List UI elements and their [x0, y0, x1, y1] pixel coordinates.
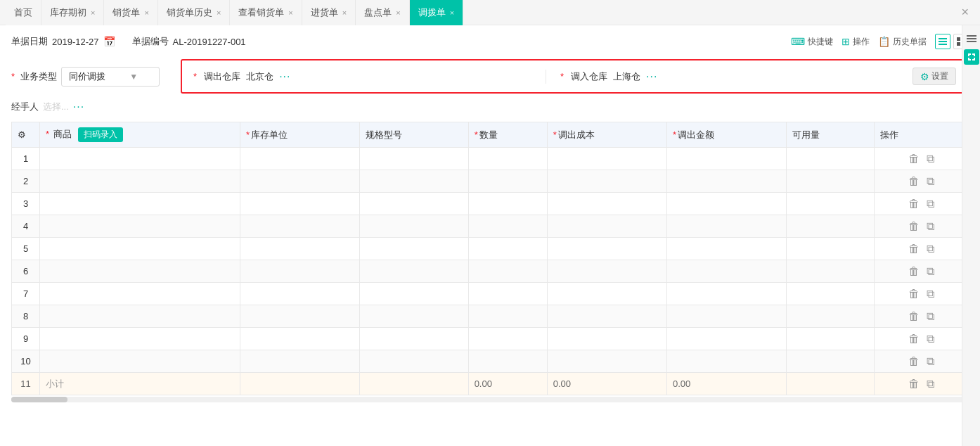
delete-icon[interactable]: 🗑 [908, 333, 920, 345]
copy-icon[interactable]: ⧉ [927, 288, 934, 300]
tab-sales-history-close[interactable]: × [217, 8, 221, 17]
sidebar-list-icon[interactable] [964, 31, 979, 46]
tab-sales-order-close[interactable]: × [144, 8, 148, 17]
tab-sales-order[interactable]: 销货单 × [104, 0, 157, 25]
cell-spec[interactable] [360, 193, 468, 215]
window-close-button[interactable]: × [955, 5, 974, 20]
cell-amount[interactable] [666, 283, 786, 305]
tab-inventory-init-close[interactable]: × [91, 8, 95, 17]
cell-spec[interactable] [360, 373, 468, 395]
copy-icon[interactable]: ⧉ [927, 333, 934, 345]
cell-unit[interactable] [240, 260, 359, 283]
tab-home[interactable]: 首页 [6, 0, 41, 25]
handler-more-button[interactable]: ··· [73, 101, 84, 113]
copy-icon[interactable]: ⧉ [927, 175, 934, 187]
business-type-dropdown[interactable]: 同价调拨 ▼ [61, 67, 160, 87]
cell-spec[interactable] [360, 305, 468, 328]
cell-product[interactable] [40, 193, 240, 215]
copy-icon[interactable]: ⧉ [927, 265, 934, 277]
cell-cost[interactable] [547, 260, 666, 283]
tab-transfer[interactable]: 调拨单 × [410, 0, 463, 25]
copy-icon[interactable]: ⧉ [927, 378, 934, 390]
cell-product[interactable] [40, 215, 240, 238]
cell-product[interactable] [40, 283, 240, 305]
cell-cost[interactable] [547, 283, 666, 305]
delete-icon[interactable]: 🗑 [908, 198, 920, 210]
cell-qty[interactable] [468, 305, 547, 328]
history-button[interactable]: 📋 历史单据 [878, 36, 927, 48]
cell-cost[interactable] [547, 305, 666, 328]
tab-inventory-init[interactable]: 库存期初 × [41, 0, 104, 25]
cell-spec[interactable] [360, 238, 468, 260]
cell-unit[interactable] [240, 238, 359, 260]
cell-unit[interactable] [240, 328, 359, 350]
cell-qty[interactable] [468, 283, 547, 305]
operations-button[interactable]: ⊞ 操作 [842, 36, 870, 48]
cell-cost[interactable] [547, 148, 666, 170]
calendar-icon[interactable]: 📅 [103, 36, 115, 47]
cell-spec[interactable] [360, 170, 468, 193]
scrollbar-thumb[interactable] [11, 397, 67, 402]
cell-amount[interactable] [666, 350, 786, 373]
cell-cost[interactable] [547, 215, 666, 238]
cell-spec[interactable] [360, 283, 468, 305]
cell-qty[interactable] [468, 328, 547, 350]
cell-unit[interactable] [240, 350, 359, 373]
delete-icon[interactable]: 🗑 [908, 220, 920, 232]
cell-product[interactable] [40, 238, 240, 260]
copy-icon[interactable]: ⧉ [927, 355, 934, 367]
horizontal-scrollbar[interactable] [11, 397, 969, 402]
cell-spec[interactable] [360, 148, 468, 170]
cell-qty[interactable] [468, 170, 547, 193]
cell-product[interactable] [40, 148, 240, 170]
cell-product[interactable] [40, 170, 240, 193]
cell-amount[interactable] [666, 148, 786, 170]
tab-purchase-order[interactable]: 进货单 × [302, 0, 356, 25]
cell-amount[interactable] [666, 170, 786, 193]
copy-icon[interactable]: ⧉ [927, 198, 934, 210]
cell-unit[interactable] [240, 215, 359, 238]
tab-stocktake-close[interactable]: × [396, 8, 400, 17]
cell-unit[interactable] [240, 373, 359, 395]
cell-unit[interactable] [240, 305, 359, 328]
cell-amount[interactable] [666, 238, 786, 260]
handler-placeholder[interactable]: 选择... [43, 101, 69, 113]
cell-product[interactable] [40, 328, 240, 350]
settings-button[interactable]: ⚙ 设置 [913, 68, 956, 85]
cell-unit[interactable] [240, 170, 359, 193]
cell-qty[interactable] [468, 350, 547, 373]
th-settings[interactable]: ⚙ [12, 122, 40, 148]
delete-icon[interactable]: 🗑 [908, 175, 920, 187]
copy-icon[interactable]: ⧉ [927, 243, 934, 255]
layout-list-icon[interactable] [935, 34, 950, 49]
sidebar-expand-icon[interactable] [964, 49, 979, 65]
cell-product[interactable] [40, 305, 240, 328]
delete-icon[interactable]: 🗑 [908, 310, 920, 322]
shortcuts-button[interactable]: ⌨ 快捷键 [791, 36, 833, 48]
delete-icon[interactable]: 🗑 [908, 288, 920, 300]
cell-qty[interactable] [468, 193, 547, 215]
warehouse-out-more-button[interactable]: ··· [279, 70, 290, 83]
cell-cost[interactable] [547, 328, 666, 350]
delete-icon[interactable]: 🗑 [908, 243, 920, 255]
delete-icon[interactable]: 🗑 [908, 153, 920, 165]
cell-amount[interactable] [666, 193, 786, 215]
scan-button[interactable]: 扫码录入 [78, 127, 123, 142]
cell-spec[interactable] [360, 350, 468, 373]
delete-icon[interactable]: 🗑 [908, 355, 920, 367]
tab-purchase-order-close[interactable]: × [342, 8, 347, 17]
cell-unit[interactable] [240, 193, 359, 215]
delete-icon[interactable]: 🗑 [908, 265, 920, 277]
cell-product[interactable] [40, 350, 240, 373]
copy-icon[interactable]: ⧉ [927, 220, 934, 232]
tab-stocktake[interactable]: 盘点单 × [356, 0, 409, 25]
cell-amount[interactable] [666, 215, 786, 238]
cell-qty[interactable] [468, 148, 547, 170]
cell-qty[interactable] [468, 215, 547, 238]
tab-transfer-close[interactable]: × [450, 8, 454, 17]
cell-amount[interactable] [666, 305, 786, 328]
cell-cost[interactable] [547, 170, 666, 193]
copy-icon[interactable]: ⧉ [927, 310, 934, 322]
cell-amount[interactable] [666, 260, 786, 283]
cell-unit[interactable] [240, 283, 359, 305]
